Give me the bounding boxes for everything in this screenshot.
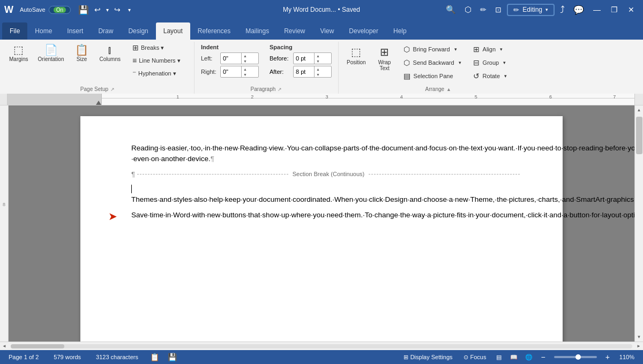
scrollbar-thumb[interactable] <box>636 117 642 154</box>
fullscreen-btn[interactable]: ⊡ <box>492 4 505 16</box>
spacing-after-up-arrow[interactable]: ▲ <box>315 66 322 72</box>
margins-btn[interactable]: ⬚ Margins <box>5 42 32 65</box>
display-settings-btn[interactable]: ⊞ Display Settings <box>400 353 456 362</box>
send-backward-btn[interactable]: ⬡ Send Backward ▾ <box>400 56 465 69</box>
restore-btn[interactable]: ❐ <box>607 2 622 17</box>
indent-right-arrows: ▲ ▼ <box>241 66 249 77</box>
group-btn[interactable]: ⊟ Group ▾ <box>469 56 534 69</box>
zoom-slider-thumb[interactable] <box>575 354 581 360</box>
rotate-btn[interactable]: ↺ Rotate ▾ <box>469 70 534 82</box>
status-bar: Page 1 of 2 579 words 3123 characters 📋 … <box>0 350 643 364</box>
vertical-scrollbar[interactable]: ▲ ▼ <box>634 105 643 342</box>
arrange-collapse-icon[interactable]: ▲ <box>446 87 451 92</box>
pen-btn[interactable]: ✏ <box>477 4 490 16</box>
paragraph-label-row: Paragraph ↗ <box>201 85 332 94</box>
size-icon: 📋 <box>75 44 88 55</box>
h-scroll-thumb[interactable] <box>11 344 64 348</box>
title-bar-right: 🔍 ⬡ ✏ ⊡ ✏ Editing ▾ ⤴ 💬 — ❐ ✕ <box>443 2 639 17</box>
comments-icon[interactable]: 💬 <box>570 3 587 17</box>
indent-left-down-arrow[interactable]: ▼ <box>242 58 249 64</box>
left-indent-marker[interactable] <box>96 101 101 105</box>
spacing-before-down-arrow[interactable]: ▼ <box>315 58 322 64</box>
spacing-after-row: After: ▲ ▼ <box>270 66 332 78</box>
indent-left-up-arrow[interactable]: ▲ <box>242 53 249 58</box>
bring-forward-btn[interactable]: ⬡ Bring Forward ▾ <box>400 43 465 56</box>
save-icon[interactable]: 💾 <box>78 5 89 15</box>
wrap-text-btn[interactable]: ⊞ WrapText <box>373 43 397 74</box>
minimize-btn[interactable]: — <box>589 2 604 17</box>
character-count[interactable]: 3123 characters <box>93 353 141 361</box>
tab-layout[interactable]: Layout <box>156 22 190 40</box>
line-numbers-btn[interactable]: ≡ Line Numbers ▾ <box>129 55 188 66</box>
scrollbar-up-btn[interactable]: ▲ <box>636 105 642 115</box>
indent-right-value[interactable] <box>221 68 241 75</box>
spacing-after-input[interactable]: ▲ ▼ <box>293 66 332 78</box>
toggle-on-label: On <box>54 7 66 13</box>
spacing-after-down-arrow[interactable]: ▼ <box>315 72 322 77</box>
zoom-plus-btn[interactable]: + <box>603 353 612 361</box>
paragraph-expand-icon[interactable]: ↗ <box>278 87 282 92</box>
scrollbar-down-btn[interactable]: ▼ <box>636 332 642 342</box>
tab-design[interactable]: Design <box>121 22 155 40</box>
spacing-before-input[interactable]: ▲ ▼ <box>293 52 332 64</box>
close-btn[interactable]: ✕ <box>624 2 639 17</box>
send-backward-label: Send Backward <box>413 59 454 66</box>
tab-draw[interactable]: Draw <box>91 22 121 40</box>
zoom-slider-track[interactable] <box>554 356 597 358</box>
page-setup-expand-icon[interactable]: ↗ <box>110 87 115 92</box>
indent-right-up-arrow[interactable]: ▲ <box>242 66 249 72</box>
breaks-btn[interactable]: ⊞ Breaks ▾ <box>129 42 188 54</box>
align-arrow-icon: ▾ <box>500 47 503 52</box>
redo-btn[interactable]: ↪ <box>112 4 123 15</box>
orientation-btn[interactable]: 📄 Orientation <box>34 42 68 65</box>
selection-pane-btn[interactable]: ▤ Selection Pane <box>400 70 465 82</box>
spacing-after-value[interactable] <box>294 68 314 75</box>
indent-left-input[interactable]: ▲ ▼ <box>220 52 259 64</box>
focus-btn[interactable]: ⊙ Focus <box>460 353 490 362</box>
h-scroll-track[interactable] <box>11 344 632 348</box>
tab-references[interactable]: References <box>190 22 238 40</box>
align-btn[interactable]: ⊞ Align ▾ <box>469 43 534 56</box>
magic-btn[interactable]: ⬡ <box>461 3 475 16</box>
tab-help[interactable]: Help <box>386 22 414 40</box>
indent-right-down-arrow[interactable]: ▼ <box>242 72 249 77</box>
hyphenation-icon: ⁻ <box>132 69 136 78</box>
indent-left-value[interactable] <box>221 55 241 62</box>
search-btn[interactable]: 🔍 <box>443 3 459 16</box>
h-scroll-right-btn[interactable]: ► <box>634 344 643 348</box>
editing-badge[interactable]: ✏ Editing ▾ <box>507 4 555 16</box>
tab-review[interactable]: Review <box>276 22 312 40</box>
spacing-before-value[interactable] <box>294 55 314 62</box>
tab-home[interactable]: Home <box>27 22 59 40</box>
page-setup-group: ⬚ Margins 📄 Orientation 📋 Size ⫿ Columns… <box>2 42 195 94</box>
zoom-level[interactable]: 110% <box>616 353 638 361</box>
tab-mailings[interactable]: Mailings <box>238 22 276 40</box>
doc-scroll-area[interactable]: ➤ Reading·is·easier,·too,·in·the·new·Rea… <box>9 105 634 342</box>
page-indicator[interactable]: Page 1 of 2 <box>5 353 42 361</box>
tab-developer[interactable]: Developer <box>341 22 386 40</box>
line-numbers-icon: ≡ <box>132 56 137 65</box>
proofing-icon[interactable]: 📋 <box>150 353 159 361</box>
word-count[interactable]: 579 words <box>50 353 84 361</box>
hyphenation-btn[interactable]: ⁻ Hyphenation ▾ <box>129 67 188 79</box>
zoom-minus-btn[interactable]: − <box>539 353 547 361</box>
spacing-before-up-arrow[interactable]: ▲ <box>315 53 322 58</box>
customize-qat-icon[interactable]: ▾ <box>126 6 133 14</box>
tab-insert[interactable]: Insert <box>59 22 91 40</box>
send-backward-arrow-icon: ▾ <box>459 60 461 65</box>
view-read-btn[interactable]: 📖 <box>509 352 519 362</box>
position-btn[interactable]: ⬚ Position <box>343 43 370 68</box>
undo-arrow-icon[interactable]: ▾ <box>106 7 109 13</box>
undo-btn[interactable]: ↩ <box>92 4 103 15</box>
autosave-toggle[interactable]: On <box>49 6 71 14</box>
view-normal-btn[interactable]: ▤ <box>494 352 504 362</box>
save-status-icon[interactable]: 💾 <box>168 353 177 361</box>
tab-view[interactable]: View <box>313 22 342 40</box>
size-btn[interactable]: 📋 Size <box>70 42 94 65</box>
tab-file[interactable]: File <box>2 22 27 40</box>
indent-right-input[interactable]: ▲ ▼ <box>220 66 259 78</box>
view-web-btn[interactable]: 🌐 <box>524 352 534 362</box>
h-scroll-left-btn[interactable]: ◄ <box>0 344 9 348</box>
columns-btn[interactable]: ⫿ Columns <box>96 42 124 65</box>
share-icon[interactable]: ⤴ <box>557 3 568 17</box>
